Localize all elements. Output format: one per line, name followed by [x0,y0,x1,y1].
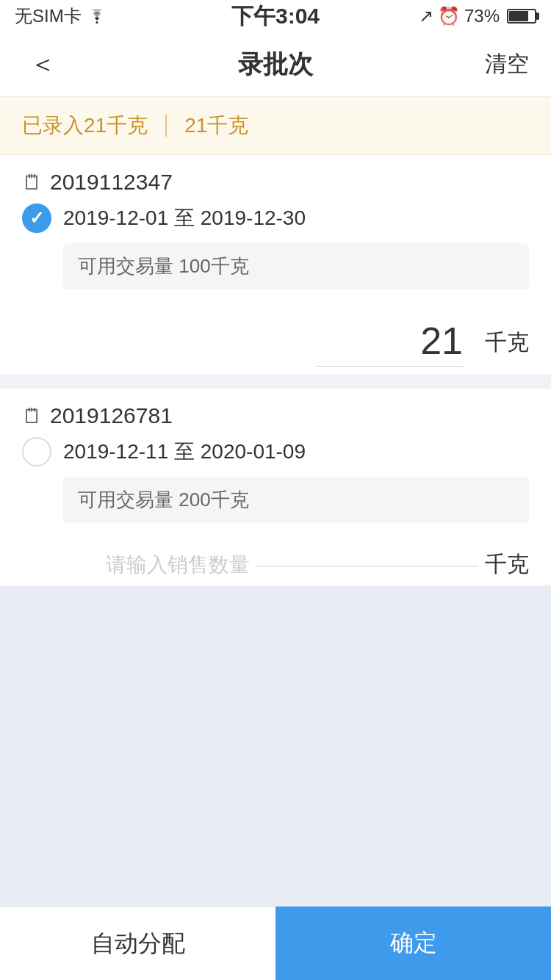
status-left: 无SIM卡 [15,4,107,28]
batch-id-2: 2019126781 [50,403,173,428]
info-banner: 已录入21千克 21千克 [0,97,551,155]
batch-id-1: 2019112347 [50,170,173,195]
batch-2-unit: 千克 [485,550,529,580]
page-title: 录批次 [238,48,313,82]
amount-value-1: 21 [22,319,463,363]
carrier-text: 无SIM卡 [15,4,82,28]
batch-2-date-row: 2019-12-11 至 2020-01-09 [22,437,529,466]
recorded-label: 已录入21千克 [22,112,148,140]
batch-2-input-underline [257,566,478,566]
batch-1-date-row: 2019-12-01 至 2019-12-30 [22,203,529,233]
amount-unit-1: 千克 [485,328,529,358]
battery-percent: 73% [464,6,500,26]
svg-point-0 [96,21,98,24]
batch-1-header: 🗒 2019112347 [22,170,529,195]
amount-input-wrapper-1: 21 [22,319,463,367]
batch-item-1: 🗒 2019112347 2019-12-01 至 2019-12-30 可用交… [0,155,551,304]
batch-2-date: 2019-12-11 至 2020-01-09 [63,438,306,466]
batch-1-qty: 可用交易量 100千克 [63,243,529,289]
batch-2-qty: 可用交易量 200千克 [63,477,529,523]
location-icon: ↗ [419,6,433,26]
batch-1-amount-area: 21 千克 [0,304,551,374]
batch-2-header: 🗒 2019126781 [22,403,529,428]
batch-1-date: 2019-12-01 至 2019-12-30 [63,204,306,232]
radio-batch-1[interactable] [22,203,51,233]
radio-batch-2[interactable] [22,437,51,466]
batch-2-input-placeholder: 请输入销售数量 [22,551,250,579]
batch-item-2: 🗒 2019126781 2019-12-11 至 2020-01-09 可用交… [0,389,551,538]
batch-id-icon-2: 🗒 [22,404,43,428]
section-divider [0,374,551,389]
clear-button[interactable]: 清空 [485,49,529,79]
batch-id-icon-1: 🗒 [22,170,43,195]
recorded-value: 21千克 [184,112,248,140]
status-bar: 无SIM卡 下午3:04 ↗ ⏰ 73% [0,0,551,32]
confirm-button[interactable]: 确定 [276,907,551,980]
auto-distribute-button[interactable]: 自动分配 [0,907,276,980]
alarm-icon: ⏰ [438,6,460,26]
nav-bar: ＜ 录批次 清空 [0,32,551,97]
battery-icon [507,9,536,24]
wifi-icon [87,9,107,24]
amount-underline-1 [316,366,463,367]
status-right: ↗ ⏰ 73% [419,6,536,26]
status-time: 下午3:04 [231,1,320,32]
bottom-bar: 自动分配 确定 [0,907,551,980]
banner-divider [165,115,167,137]
batch-2-input-area: 请输入销售数量 千克 [0,538,551,586]
back-button[interactable]: ＜ [22,39,63,90]
